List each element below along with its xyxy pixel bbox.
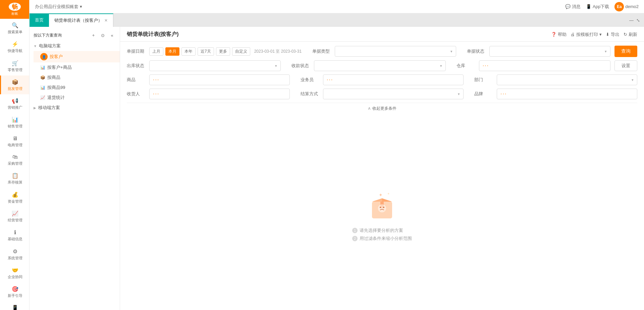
app-name: 办公用品行业模拟账套 [35,4,78,10]
tree-pc-group[interactable]: ▼ 电脑端方案 [30,41,120,51]
svg-marker-2 [382,198,392,202]
sidebar-item-inventory[interactable]: 📋 库存核算 [0,169,29,188]
dropdown-chevron-icon: ▾ [80,4,82,9]
message-button[interactable]: 💬 消息 [565,4,581,10]
tree-mobile-group[interactable]: ▶ 移动端方案 [30,103,120,113]
empty-hint: 1 请先选择要分析的方案 2 用过滤条件来缩小分析范围 [352,227,412,242]
tree-item-by-goods-99[interactable]: 📊 按商品99 [34,83,120,93]
tab-close-icon[interactable]: ✕ [104,18,108,23]
settlement-chevron-icon: ▾ [458,92,460,96]
marketing-icon: 📢 [12,98,18,104]
export-label: 导出 [611,32,620,38]
retail-icon: 🛒 [12,60,18,66]
date-btn-this-year[interactable]: 本年 [181,47,196,56]
sidebar-item-basic-info[interactable]: ℹ 基础信息 [0,226,29,245]
receiver-more-icon: ··· [153,91,159,97]
svg-point-5 [380,207,381,208]
tab-expand-icon[interactable]: ⤡ [636,18,640,23]
date-btn-more[interactable]: 更多 [216,47,230,56]
content-area: 按以下方案查询 ＋ ⊙ « ▼ 电脑端方案 👤 按客户 [30,27,644,310]
topbar-right: 💬 消息 📱 App下载 Ea demo2 [565,2,639,11]
date-btn-last-7[interactable]: 近7天 [198,47,214,56]
settings-button[interactable]: 设置 [614,60,637,71]
app-download-button[interactable]: 📱 App下载 [586,4,609,10]
tab-sales-stat[interactable]: 销货单统计表（按客户） ✕ [49,13,113,27]
user-profile[interactable]: Ea demo2 [614,2,639,11]
date-btn-custom[interactable]: 自定义 [232,47,250,56]
sidebar-item-ecommerce[interactable]: 🖥 电商管理 [0,132,29,151]
tree-item-return-stats[interactable]: 📈 退货统计 [34,93,120,103]
sidebar-item-quick-nav[interactable]: ⚡ 快捷导航 [0,38,29,56]
sidebar-item-finance[interactable]: 💰 资金管理 [0,188,29,207]
doc-status-select[interactable]: ▾ [489,46,610,57]
sidebar-item-operations[interactable]: 📈 经营管理 [0,207,29,226]
svg-text:✦: ✦ [387,192,390,196]
sidebar-item-marketing[interactable]: 📢 营销推广 [0,94,29,113]
date-btn-last-month[interactable]: 上月 [149,47,163,56]
sidebar-item-app-center[interactable]: 📱 应用中心 [0,301,29,310]
right-panel: 销货单统计表(按客户) ❓ 帮助 🖨 按模板打印 ▾ ⬇ 导出 [120,27,644,310]
doc-type-label: 单据类型 [312,48,331,54]
sidebar-nav: 🔍 搜索菜单 ⚡ 快捷导航 🛒 零售管理 📦 批发管理 📢 营销推广 📊 销售管… [0,19,29,310]
collapse-bar[interactable]: ∧ 收起更多条件 [127,103,637,114]
doc-status-chevron-icon: ▾ [605,49,607,54]
sidebar-item-search-menu[interactable]: 🔍 搜索菜单 [0,19,29,38]
query-button[interactable]: 查询 [614,46,637,57]
sidebar-item-sales[interactable]: 📊 销售管理 [0,113,29,132]
search-menu-icon: 🔍 [12,22,18,29]
sidebar-item-enterprise[interactable]: 🤝 企业协同 [0,264,29,282]
empty-state: ✦ ✦ 1 请先选择要分析的方案 2 用过滤条件来缩小分析范围 [120,118,644,310]
chart-icon-1: 📊 [40,65,45,70]
settlement-select[interactable]: ▾ [323,89,464,99]
out-status-select[interactable]: ▾ [149,60,281,71]
empty-svg: ✦ ✦ [362,187,402,223]
sidebar-item-wholesale[interactable]: 📦 批发管理 [0,75,29,94]
settings-scheme-button[interactable]: ⊙ [99,32,106,39]
sidebar-item-system[interactable]: ⚙ 系统管理 [0,245,29,264]
sidebar-item-retail[interactable]: 🛒 零售管理 [0,57,29,75]
sidebar-item-new-guide[interactable]: 🎯 新手引导 [0,282,29,301]
help-label: 帮助 [558,32,567,38]
app-name-dropdown[interactable]: 办公用品行业模拟账套 ▾ [35,4,82,10]
download-icon: 📱 [586,4,591,9]
date-btn-this-month[interactable]: 本月 [165,47,179,56]
goods-label: 商品 [127,77,145,83]
goods-icon: 📦 [40,75,45,80]
tree-item-by-goods[interactable]: 📦 按商品 [34,72,120,83]
sidebar-item-label: 企业协同 [8,274,22,279]
staff-select[interactable]: ··· [323,74,464,85]
chart-icon-2: 📊 [40,85,45,90]
brand-select[interactable]: ··· [497,89,637,99]
tree-item-by-customer-goods[interactable]: 📊 按客户+商品 [34,62,120,72]
template-print-button[interactable]: 🖨 按模板打印 ▾ [571,32,602,38]
sidebar-item-label: 资金管理 [8,199,22,204]
new-guide-icon: 🎯 [12,286,18,292]
left-panel: 按以下方案查询 ＋ ⊙ « ▼ 电脑端方案 👤 按客户 [30,27,120,310]
payment-status-select[interactable]: ▾ [314,60,445,71]
left-panel-header: 按以下方案查询 ＋ ⊙ « [30,30,120,41]
empty-hint-1: 1 请先选择要分析的方案 [352,227,412,234]
warehouse-select[interactable]: ··· [479,60,610,71]
mobile-group-label: 移动端方案 [38,105,60,111]
tree-item-by-customer[interactable]: 👤 按客户 [34,51,120,62]
empty-illustration: ✦ ✦ [362,187,402,223]
tab-home[interactable]: 首页 [30,13,49,27]
page-header: 销货单统计表(按客户) ❓ 帮助 🖨 按模板打印 ▾ ⬇ 导出 [120,27,644,42]
sales-icon: 📊 [12,116,18,123]
sidebar-item-purchase[interactable]: 🛍 采购管理 [0,151,29,169]
refresh-button[interactable]: ↻ 刷新 [624,32,637,38]
doc-type-select[interactable]: ▾ [335,46,456,57]
receiver-select[interactable]: ··· [149,89,290,99]
empty-hint-2: 2 用过滤条件来缩小分析范围 [352,236,412,242]
tab-minimize-icon[interactable]: — [629,18,634,23]
refresh-label: 刷新 [629,32,637,38]
collapse-panel-button[interactable]: « [108,32,116,39]
brand-label: 品牌 [474,91,493,97]
goods-select[interactable]: ··· [149,74,290,85]
help-button[interactable]: ❓ 帮助 [551,32,567,38]
add-scheme-button[interactable]: ＋ [90,32,97,39]
department-select[interactable]: ▾ [497,74,637,85]
export-button[interactable]: ⬇ 导出 [606,32,620,38]
svg-point-6 [383,207,384,208]
left-panel-actions: ＋ ⊙ « [90,32,116,39]
